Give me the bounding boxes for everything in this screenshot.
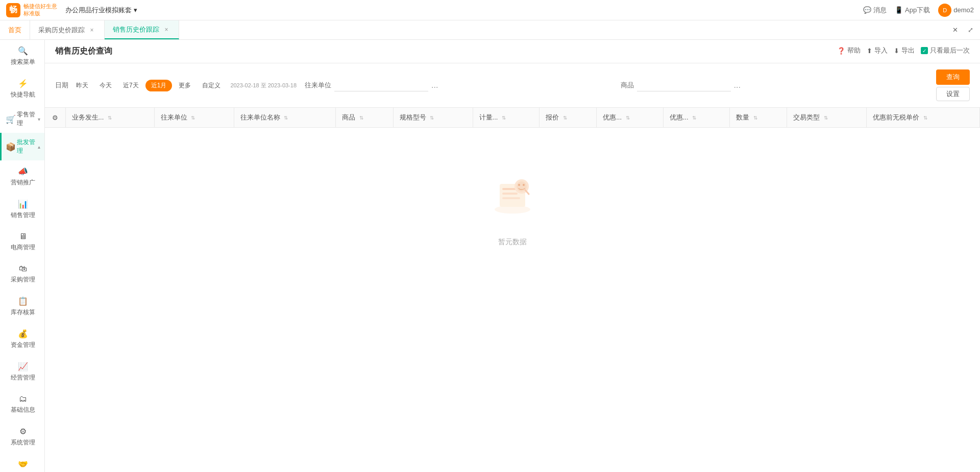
only-last-checkbox[interactable]: ✓ 只看最后一次 [921,46,970,55]
retail-icon: 🛒 [6,114,16,124]
sidebar-item-inventory[interactable]: 📋 库存核算 [0,290,44,323]
logo-text: 畅捷信好生意 标准版 [23,3,57,16]
sidebar-item-wholesale[interactable]: 📦 批发管理 ▴ [0,133,44,160]
goods-picker-icon[interactable]: ... [734,81,741,90]
col-gear[interactable]: ⚙ [45,108,65,128]
sales-icon: 📊 [18,199,28,209]
date-btn-last1m[interactable]: 近1月 [145,80,173,91]
finance-icon: 💰 [18,329,28,339]
marketing-icon: 📣 [18,167,28,176]
col-spec[interactable]: 规格型号 ⇅ [393,108,473,128]
sort-icon: ⇅ [284,115,288,121]
wholesale-icon: 📦 [6,142,16,152]
partner-picker-icon[interactable]: ... [431,81,438,90]
date-filter-group: 日期 昨天 今天 近7天 近1月 更多 自定义 2023-02-18 至 202… [55,80,297,91]
col-price[interactable]: 报价 ⇅ [540,108,597,128]
sidebar-item-marketing[interactable]: 📣 营销推广 [0,160,44,193]
col-discount2[interactable]: 优惠... ⇅ [663,108,729,128]
help-icon: ❓ [837,47,845,55]
date-btn-custom[interactable]: 自定义 [198,80,225,91]
sort-icon: ⇅ [108,115,112,121]
svg-rect-3 [502,193,518,195]
partner-label: 往来单位 [305,81,331,90]
message-icon: 💬 [863,6,871,14]
empty-text: 暂元数据 [498,238,527,247]
tab-maximize-btn[interactable]: ⤢ [965,25,976,36]
tabbar-actions: ✕ ⤢ [945,20,980,39]
col-quantity[interactable]: 数量 ⇅ [730,108,787,128]
query-button[interactable]: 查询 [936,69,970,85]
checkbox-icon: ✓ [921,47,928,54]
date-btn-more[interactable]: 更多 [174,80,195,91]
sort-icon: ⇅ [923,115,927,121]
tab-sales-history[interactable]: 销售历史价跟踪 × [105,20,179,39]
phone-icon: 📱 [895,6,903,14]
sidebar-item-finance[interactable]: 💰 资金管理 [0,323,44,356]
app-download-btn[interactable]: 📱 App下载 [895,6,930,15]
filter-buttons: 查询 设置 [936,69,970,101]
shortcut-icon: ⚡ [18,79,28,88]
svg-rect-4 [502,197,520,199]
export-icon: ⬇ [894,47,899,55]
tab-sales-close-icon[interactable]: × [162,26,170,34]
tab-purchase-history[interactable]: 采购历史价跟踪 × [30,20,105,39]
enterprise-icon: 🤝 [18,459,28,469]
sort-icon: ⇅ [753,115,757,121]
date-btn-last7[interactable]: 近7天 [118,80,143,91]
sort-icon: ⇅ [824,115,828,121]
filter-bar: 日期 昨天 今天 近7天 近1月 更多 自定义 2023-02-18 至 202… [45,63,980,108]
col-unit[interactable]: 计量... ⇅ [473,108,539,128]
sidebar-item-system[interactable]: ⚙ 系统管理 [0,420,44,453]
export-btn[interactable]: ⬇ 导出 [894,46,915,55]
date-range-display: 2023-02-18 至 2023-03-18 [230,82,297,89]
date-label: 日期 [55,81,68,90]
date-buttons: 昨天 今天 近7天 近1月 更多 自定义 [71,80,225,91]
chevron-down-icon: ▾ [38,116,40,122]
table-header-row: ⚙ 业务发生... ⇅ 往来单位 ⇅ 往来单位名称 [45,108,980,128]
sidebar: 🔍 搜索菜单 ⚡ 快捷导航 🛒 零售管理 ▾ 📦 批发管理 ▴ 📣 营销推广 📊… [0,40,45,472]
sidebar-item-search[interactable]: 🔍 搜索菜单 [0,40,44,73]
date-btn-yesterday[interactable]: 昨天 [71,80,93,91]
tab-home[interactable]: 首页 [0,20,30,39]
sidebar-item-sales[interactable]: 📊 销售管理 [0,193,44,226]
company-selector[interactable]: 办公用品行业模拟账套 ▾ [61,4,141,17]
sidebar-item-ecommerce[interactable]: 🖥 电商管理 [0,226,44,258]
sidebar-item-purchase[interactable]: 🛍 采购管理 [0,258,44,290]
col-biz-date[interactable]: 业务发生... ⇅ [65,108,154,128]
message-btn[interactable]: 💬 消息 [863,6,887,15]
tab-close-btn[interactable]: ✕ [949,25,961,36]
inventory-icon: 📋 [18,296,28,306]
sort-icon: ⇅ [692,115,696,121]
data-table: ⚙ 业务发生... ⇅ 往来单位 ⇅ 往来单位名称 [45,108,980,128]
sort-icon: ⇅ [626,115,630,121]
import-icon: ⬆ [867,47,872,55]
col-goods[interactable]: 商品 ⇅ [336,108,393,128]
partner-input[interactable] [334,79,428,91]
help-btn[interactable]: ❓ 帮助 [837,46,861,55]
import-btn[interactable]: ⬆ 导入 [867,46,888,55]
col-partner-code[interactable]: 往来单位 ⇅ [154,108,234,128]
col-pretax-price[interactable]: 优惠前无税单价 ⇅ [867,108,980,128]
content-area: 销售历史价查询 ❓ 帮助 ⬆ 导入 ⬇ 导出 ✓ [45,40,980,472]
sidebar-item-shortcut[interactable]: ⚡ 快捷导航 [0,73,44,105]
user-menu[interactable]: D demo2 [938,4,974,17]
sort-icon: ⇅ [502,115,506,121]
date-btn-today[interactable]: 今天 [95,80,116,91]
tab-purchase-close-icon[interactable]: × [88,26,96,34]
tabbar: 首页 采购历史价跟踪 × 销售历史价跟踪 × ✕ ⤢ [0,20,980,40]
col-discount1[interactable]: 优惠... ⇅ [597,108,663,128]
col-partner-name[interactable]: 往来单位名称 ⇅ [234,108,336,128]
sort-icon: ⇅ [191,115,195,121]
sidebar-item-enterprise[interactable]: 🤝 企业协同 [0,453,44,472]
topbar: 畅 畅捷信好生意 标准版 办公用品行业模拟账套 ▾ 💬 消息 📱 App下载 D… [0,0,980,20]
col-trade-type[interactable]: 交易类型 ⇅ [787,108,867,128]
chevron-down-icon: ▾ [134,6,137,14]
avatar: D [938,4,951,17]
page-title: 销售历史价查询 [55,46,112,57]
sidebar-item-business[interactable]: 📈 经营管理 [0,356,44,388]
sidebar-item-retail[interactable]: 🛒 零售管理 ▾ [0,105,44,133]
goods-input[interactable] [637,79,731,91]
gear-icon: ⚙ [52,114,58,122]
settings-button[interactable]: 设置 [936,87,970,101]
sidebar-item-basic[interactable]: 🗂 基础信息 [0,388,44,420]
